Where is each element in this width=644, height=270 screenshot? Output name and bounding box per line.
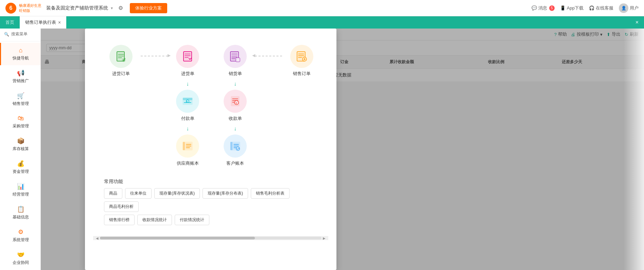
wf-node-receipt-bill[interactable]: ¥ 收款单	[218, 90, 252, 122]
sales-bill-down-arrow: ↓	[218, 79, 252, 87]
basic-icon: 📋	[17, 205, 24, 213]
sales-icon: 🛒	[17, 92, 24, 100]
sales-order-label: 销售订单	[293, 71, 311, 77]
home-icon: ⌂	[19, 47, 23, 54]
func-btns-row1: 商品 往来单位 现存量(库存状况表) 现存量(库存分布表) 销售毛利分析表 商品…	[104, 188, 317, 212]
collab-icon: 🤝	[17, 251, 24, 258]
sidebar-item-inventory[interactable]: 📦 库存核算	[0, 133, 40, 156]
logo-text: 畅康通好生意 旺销版	[19, 3, 41, 13]
purchase-order-circle	[109, 45, 133, 68]
sidebar-item-finance[interactable]: 💰 资金管理	[0, 156, 40, 179]
svg-text:¥: ¥	[187, 101, 188, 103]
system-title-area: 装备及固定资产辅助管理系统 ▾ ⚙ 体验行业方案	[46, 3, 532, 13]
scrollbar-track[interactable]	[100, 237, 321, 239]
svg-rect-7	[232, 53, 237, 56]
workflow-arrows-row2: ↓ ↓	[93, 124, 328, 132]
wf-node-supplier-ledger[interactable]: 供应商账本	[171, 134, 205, 166]
arrow-sales-order-to-bill: ◀	[252, 56, 285, 66]
tab-home[interactable]: 首页	[0, 16, 20, 29]
sidebar-item-basic[interactable]: 📋 基础信息	[0, 201, 40, 224]
inventory-icon: 📦	[17, 137, 24, 145]
svg-text:¥: ¥	[235, 102, 237, 105]
workflow-diagram: 进货订单	[93, 37, 328, 175]
wf-node-customer-ledger[interactable]: 客户账本	[218, 134, 252, 166]
workflow-row-2: ¥ 付款单	[93, 87, 328, 124]
customer-ledger-circle	[224, 134, 247, 158]
tab-bar: 首页 销售订单执行表 × ×	[0, 16, 644, 29]
func-btn-sales-ranking[interactable]: 销售排行榜	[104, 215, 135, 225]
sidebar-item-home[interactable]: ⌂ 快捷导航	[0, 43, 40, 65]
svg-rect-3	[184, 52, 192, 61]
modal-overlay: 进货订单	[41, 29, 644, 270]
down-arrow-icon-1: ↓	[186, 81, 189, 87]
scroll-right-icon[interactable]: ▶	[321, 236, 327, 240]
sales-order-circle	[290, 45, 313, 68]
workflow-row-3: 供应商账本	[93, 132, 328, 169]
down-arrow-icon-4: ↓	[234, 126, 237, 132]
message-item[interactable]: 💬 消息 5	[532, 5, 555, 11]
purchase-order-label: 进货订单	[112, 71, 130, 77]
wf-node-sales-order[interactable]: 销售订单	[285, 45, 319, 77]
func-btns-row2: 销售排行榜 收款情况统计 付款情况统计	[104, 215, 317, 225]
sidebar-item-operations[interactable]: 📊 经营管理	[0, 179, 40, 201]
headset-icon: 🎧	[589, 5, 594, 11]
wf-node-purchase-bill[interactable]: 进货单	[171, 45, 205, 77]
dropdown-arrow-icon[interactable]: ▾	[111, 6, 113, 11]
tab-bar-close-icon[interactable]: ×	[636, 19, 639, 25]
app-download-item[interactable]: 📱 App下载	[560, 5, 584, 11]
func-btn-payment-stats[interactable]: 付款情况统计	[175, 215, 209, 225]
svg-point-2	[122, 58, 125, 62]
func-btn-contacts[interactable]: 往来单位	[125, 188, 152, 199]
logo-icon: 6	[5, 3, 16, 14]
func-btn-receipt-stats[interactable]: 收款情况统计	[137, 215, 172, 225]
message-badge: 5	[549, 5, 555, 11]
svg-point-23	[236, 147, 240, 150]
sidebar-item-collab[interactable]: 🤝 企业协同	[0, 247, 40, 270]
sidebar: 🔍 搜索菜单 ⌂ 快捷导航 📢 营销推广 🛒 销售管理 🛍 采购管理 📦 库存核…	[0, 29, 41, 270]
func-btn-product[interactable]: 商品	[104, 188, 122, 199]
wf-node-sales-bill[interactable]: 销货单	[218, 45, 252, 77]
purchase-bill-circle	[176, 45, 199, 68]
workflow-arrows-row: ↓ ↓	[93, 79, 328, 87]
func-btn-sales-profit[interactable]: 销售毛利分析表	[251, 188, 290, 199]
home-tab-label: 首页	[5, 19, 14, 25]
sidebar-item-purchase[interactable]: 🛍 采购管理	[0, 111, 40, 133]
down-arrow-icon-2: ↓	[234, 81, 237, 87]
avatar: 👤	[619, 3, 628, 13]
purchase-icon: 🛍	[18, 115, 24, 122]
receipt-bill-circle: ¥	[224, 90, 247, 113]
func-btn-product-profit[interactable]: 商品毛利分析	[104, 201, 139, 212]
tab-sales-order[interactable]: 销售订单执行表 ×	[20, 16, 66, 29]
wf-node-purchase-order[interactable]: 进货订单	[104, 45, 138, 77]
user-item[interactable]: 👤 用户	[619, 3, 639, 13]
system-icon: ⚙	[18, 228, 23, 236]
online-service-item[interactable]: 🎧 在线客服	[589, 5, 613, 11]
scrollbar-thumb	[100, 237, 255, 239]
sidebar-item-system[interactable]: ⚙ 系统管理	[0, 224, 40, 247]
top-header: 6 畅康通好生意 旺销版 装备及固定资产辅助管理系统 ▾ ⚙ 体验行业方案 💬 …	[0, 0, 644, 16]
customer-ledger-label: 客户账本	[226, 160, 244, 166]
main-layout: 🔍 搜索菜单 ⌂ 快捷导航 📢 营销推广 🛒 销售管理 🛍 采购管理 📦 库存核…	[0, 29, 644, 270]
modal-box: 进货订单	[85, 29, 336, 270]
search-icon: 🔍	[4, 32, 9, 37]
func-btn-inventory-dist[interactable]: 现存量(库存分布表)	[203, 188, 248, 199]
header-right: 💬 消息 5 📱 App下载 🎧 在线客服 👤 用户	[532, 3, 639, 13]
payment-bill-circle: ¥	[176, 90, 199, 113]
tab-close-icon[interactable]: ×	[58, 20, 61, 25]
func-btn-inventory-status[interactable]: 现存量(库存状况表)	[154, 188, 200, 199]
supplier-ledger-label: 供应商账本	[177, 160, 199, 166]
search-menu[interactable]: 🔍 搜索菜单	[0, 29, 40, 40]
receipt-down-arrow: ↓	[218, 124, 252, 132]
right-fade	[624, 29, 644, 270]
scroll-left-icon[interactable]: ◀	[94, 236, 100, 240]
trial-button[interactable]: 体验行业方案	[130, 3, 167, 13]
wf-node-payment-bill[interactable]: ¥ 付款单	[171, 90, 205, 122]
sales-bill-label: 销货单	[229, 71, 242, 77]
payment-down-arrow: ↓	[171, 124, 205, 132]
operations-icon: 📊	[17, 183, 24, 190]
common-funcs: 常用功能 商品 往来单位 现存量(库存状况表) 现存量(库存分布表) 销售毛利分…	[93, 175, 328, 233]
settings-icon[interactable]: ⚙	[118, 5, 123, 11]
sidebar-item-sales[interactable]: 🛒 销售管理	[0, 88, 40, 111]
sidebar-item-marketing[interactable]: 📢 营销推广	[0, 65, 40, 88]
finance-icon: 💰	[17, 160, 24, 167]
